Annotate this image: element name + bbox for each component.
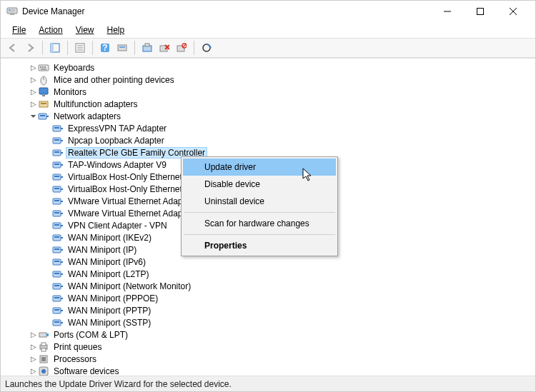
network-icon [52,232,64,243]
tree-category-mouse[interactable]: ▷Mice and other pointing devices [1,74,535,86]
nav-forward-button[interactable] [22,40,38,56]
svg-rect-18 [119,46,125,48]
svg-rect-71 [54,236,59,238]
cm-properties[interactable]: Properties [183,237,336,254]
network-icon [52,196,64,207]
tree-category-multifunction[interactable]: ▷Multifunction adapters [1,98,535,110]
svg-rect-89 [54,309,59,311]
expand-toggle-icon[interactable]: ▷ [29,76,38,84]
svg-rect-59 [54,188,59,189]
svg-rect-6 [477,9,484,15]
tree-device[interactable]: ▷WAN Miniport (SSTP) [1,316,535,328]
monitor-icon [38,86,49,98]
svg-rect-39 [41,103,46,104]
tree-device[interactable]: ▷WAN Miniport (Network Monitor) [1,280,535,292]
toolbar-separator [42,41,43,55]
expand-toggle-icon[interactable]: ▷ [29,331,38,338]
tree-category-network[interactable]: ⏷Network adapters [1,110,535,122]
cm-scan-hardware[interactable]: Scan for hardware changes [183,215,336,232]
svg-rect-75 [61,249,63,251]
uninstall-device-button[interactable] [157,40,172,56]
network-icon [38,111,49,122]
tree-category-software[interactable]: ▷Software devices [1,365,535,376]
toolbar: ? [1,38,535,58]
network-icon [52,123,64,134]
menu-view[interactable]: View [70,24,100,36]
svg-rect-53 [54,164,59,165]
tree-category-cpu[interactable]: ▷Processors [1,353,535,365]
cm-update-driver[interactable]: Update driver [183,159,336,176]
tree-item-label: Mice and other pointing devices [52,75,176,85]
tree-device[interactable]: ▷Npcap Loopback Adapter [1,134,535,146]
expand-toggle-icon[interactable]: ▷ [29,100,38,108]
svg-rect-86 [54,297,59,298]
cm-disable-device[interactable]: Disable device [183,176,336,193]
svg-text:?: ? [102,43,107,53]
port-icon [38,329,49,341]
svg-rect-2 [11,9,15,11]
scan-hardware-button[interactable] [199,40,214,56]
show-hide-console-tree-button[interactable] [47,40,63,56]
status-text: Launches the Update Driver Wizard for th… [5,379,232,389]
svg-rect-1 [9,9,11,11]
titlebar: Device Manager [1,1,535,22]
svg-rect-92 [54,321,59,323]
cm-separator [184,234,335,235]
svg-rect-65 [54,212,59,213]
maximize-button[interactable] [464,1,497,22]
minimize-button[interactable] [431,1,464,22]
menu-help[interactable]: Help [101,24,131,36]
menu-file[interactable]: File [6,24,31,36]
svg-rect-33 [41,69,46,70]
tree-category-monitor[interactable]: ▷Monitors [1,86,535,98]
close-button[interactable] [497,1,530,22]
svg-rect-94 [39,333,46,337]
svg-rect-80 [54,273,59,274]
expand-toggle-icon[interactable]: ⏷ [29,112,38,120]
svg-rect-68 [54,224,59,226]
network-icon [52,220,64,231]
svg-rect-63 [61,201,63,202]
properties-button[interactable] [72,40,88,56]
tree-item-label: Processors [52,354,98,364]
expand-toggle-icon[interactable]: ▷ [29,64,38,71]
svg-rect-30 [40,66,41,68]
tree-item-label: Print queues [52,342,103,352]
tree-category-printer[interactable]: ▷Print queues [1,341,535,353]
svg-rect-87 [61,298,63,299]
tree-category-port[interactable]: ▷Ports (COM & LPT) [1,328,535,341]
statusbar: Launches the Update Driver Wizard for th… [1,376,535,391]
svg-rect-84 [61,286,63,287]
tree-device[interactable]: ▷ExpressVPN TAP Adapter [1,122,535,134]
nav-back-button[interactable] [5,40,21,56]
svg-rect-81 [61,273,63,275]
cpu-icon [38,353,49,365]
expand-toggle-icon[interactable]: ▷ [29,88,38,96]
svg-rect-95 [46,333,49,336]
network-icon [52,147,64,159]
help-button[interactable]: ? [97,40,113,56]
tree-category-keyboard[interactable]: ▷Keyboards [1,61,535,74]
svg-rect-20 [145,44,149,46]
tree-device[interactable]: ▷WAN Miniport (IPv6) [1,256,535,268]
svg-rect-60 [61,189,63,190]
svg-rect-66 [61,213,63,214]
disable-device-button[interactable] [174,40,189,56]
expand-toggle-icon[interactable]: ▷ [29,367,38,375]
cm-uninstall-device[interactable]: Uninstall device [183,193,336,210]
tree-device[interactable]: ▷WAN Miniport (L2TP) [1,268,535,280]
svg-rect-56 [54,176,59,177]
update-driver-button[interactable] [139,40,155,56]
menu-action[interactable]: Action [33,24,68,36]
svg-rect-45 [61,128,63,129]
tree-device[interactable]: ▷WAN Miniport (PPPOE) [1,292,535,304]
svg-rect-74 [54,248,59,250]
svg-rect-3 [9,11,15,12]
network-icon [52,171,64,183]
legacy-hardware-button[interactable] [114,40,130,56]
tree-item-label: Multifunction adapters [52,99,139,109]
expand-toggle-icon[interactable]: ▷ [29,355,38,363]
tree-device[interactable]: ▷WAN Miniport (PPTP) [1,304,535,316]
expand-toggle-icon[interactable]: ▷ [29,343,38,351]
tree-item-label: VPN Client Adapter - VPN [66,221,169,231]
